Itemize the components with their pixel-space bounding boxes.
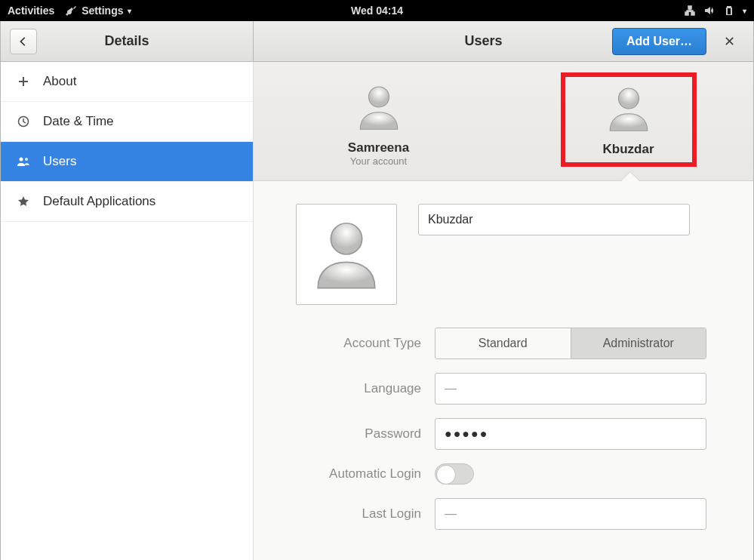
- svg-point-1: [20, 158, 23, 162]
- users-icon: [16, 155, 31, 168]
- user-card-kbuzdar[interactable]: Kbuzdar: [561, 72, 697, 167]
- volume-icon: [703, 5, 716, 17]
- star-icon: [16, 195, 31, 208]
- account-type-toggle[interactable]: Standard Administrator: [435, 328, 706, 359]
- sidebar-item-about[interactable]: About: [1, 62, 253, 102]
- battery-icon: [723, 5, 735, 17]
- last-login-field[interactable]: —: [435, 498, 706, 530]
- chevron-left-icon: [18, 36, 29, 47]
- full-name-input[interactable]: [418, 204, 690, 235]
- sidebar-item-default-apps[interactable]: Default Applications: [1, 182, 253, 222]
- selection-pointer: [621, 172, 639, 181]
- user-name: Samreena: [311, 140, 447, 155]
- svg-point-3: [368, 87, 389, 107]
- user-selector: Samreena Your account Kbuzdar: [254, 62, 753, 181]
- system-status-area[interactable]: ▾: [684, 5, 746, 17]
- password-field[interactable]: ●●●●●: [435, 418, 706, 450]
- sidebar-item-label: About: [43, 74, 76, 89]
- chevron-down-icon: ▾: [128, 7, 131, 15]
- auto-login-label: Automatic Login: [291, 466, 435, 482]
- language-label: Language: [291, 381, 435, 396]
- language-field[interactable]: —: [435, 373, 706, 405]
- chevron-down-icon: ▾: [743, 7, 746, 15]
- password-label: Password: [291, 426, 435, 442]
- sidebar-item-label: Default Applications: [43, 194, 155, 209]
- app-menu-label: Settings: [82, 5, 123, 17]
- close-button[interactable]: ✕: [716, 29, 743, 54]
- content-pane: Samreena Your account Kbuzdar: [254, 62, 753, 560]
- avatar-picker[interactable]: [296, 204, 397, 305]
- account-type-standard[interactable]: Standard: [435, 328, 571, 358]
- svg-point-5: [331, 223, 362, 254]
- back-button[interactable]: [10, 29, 37, 54]
- sidebar-title: Details: [37, 33, 217, 49]
- user-card-samreena[interactable]: Samreena Your account: [311, 80, 447, 167]
- network-icon: [684, 5, 696, 17]
- sidebar-item-label: Users: [43, 154, 76, 169]
- add-user-button[interactable]: Add User…: [612, 28, 706, 55]
- account-type-admin[interactable]: Administrator: [571, 328, 706, 358]
- clock[interactable]: Wed 04:14: [351, 5, 403, 17]
- avatar-icon: [573, 82, 685, 139]
- settings-window: Details Users Add User… ✕ About: [0, 21, 754, 560]
- auto-login-toggle[interactable]: [435, 463, 474, 485]
- svg-point-4: [618, 88, 639, 109]
- account-type-label: Account Type: [291, 336, 435, 351]
- sidebar-item-date-time[interactable]: Date & Time: [1, 102, 253, 142]
- page-title: Users: [364, 33, 603, 49]
- plus-icon: [16, 75, 31, 88]
- sidebar-item-users[interactable]: Users: [1, 142, 253, 182]
- user-subtitle: Your account: [311, 155, 447, 167]
- avatar-icon: [305, 213, 388, 296]
- close-icon: ✕: [724, 33, 735, 50]
- clock-icon: [16, 115, 31, 128]
- sidebar-item-label: Date & Time: [43, 114, 114, 129]
- svg-point-2: [25, 158, 28, 161]
- gnome-topbar: Activities Settings ▾ Wed 04:14 ▾: [0, 0, 754, 21]
- activities-button[interactable]: Activities: [8, 5, 54, 17]
- sidebar: About Date & Time Users Default Applicat…: [1, 62, 254, 560]
- user-detail-form: Account Type Standard Administrator Lang…: [254, 181, 753, 560]
- avatar-icon: [311, 80, 447, 137]
- last-login-label: Last Login: [291, 506, 435, 522]
- settings-wrench-icon: [65, 5, 77, 17]
- headerbar: Details Users Add User… ✕: [1, 21, 753, 62]
- user-name: Kbuzdar: [573, 142, 685, 157]
- app-menu[interactable]: Settings ▾: [65, 5, 131, 17]
